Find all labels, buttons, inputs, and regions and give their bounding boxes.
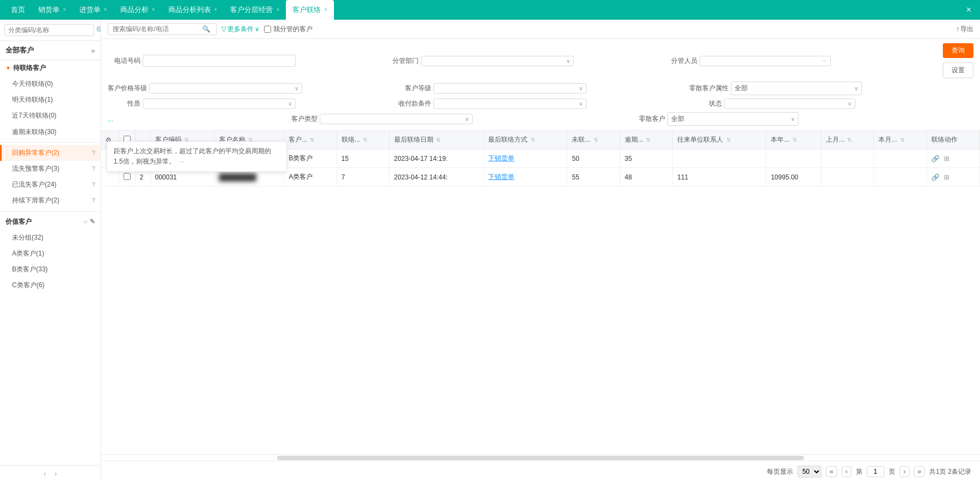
close-icon[interactable]: × bbox=[276, 0, 279, 20]
link2-icon[interactable]: 🔗 bbox=[931, 155, 940, 162]
col-uncontacted[interactable]: 未联... ⇅ bbox=[567, 131, 620, 149]
chevron-down-icon: ∨ bbox=[579, 101, 583, 107]
sidebar-item-class-b[interactable]: B类客户(33) bbox=[0, 262, 101, 277]
customer-grade-select[interactable]: ∨ bbox=[433, 83, 586, 94]
sidebar-item-today[interactable]: 今天待联络(0) bbox=[0, 76, 101, 92]
sort-icon[interactable]: ⇅ bbox=[793, 137, 797, 143]
gender-select[interactable]: ∨ bbox=[143, 98, 296, 109]
sidebar-item-overdue[interactable]: 逾期未联络(30) bbox=[0, 124, 101, 140]
sidebar-item-class-c[interactable]: C类客户(6) bbox=[0, 277, 101, 293]
close-icon[interactable]: × bbox=[214, 0, 218, 20]
help-icon[interactable]: ? bbox=[92, 180, 95, 190]
contact-method-link[interactable]: 下销货单 bbox=[488, 173, 514, 181]
sidebar-bottom: ‹ › bbox=[0, 465, 101, 482]
nav-sales-order[interactable]: 销货单 × bbox=[32, 0, 73, 20]
page-number-input[interactable] bbox=[867, 466, 884, 477]
sidebar-group-value: 价值客户 ○ ✎ bbox=[0, 214, 101, 230]
sidebar-item-churned[interactable]: 已流失客户(24) ? bbox=[0, 177, 101, 193]
help-icon[interactable]: ? bbox=[92, 196, 95, 206]
nav-product-analysis[interactable]: 商品分析 × bbox=[114, 0, 162, 20]
nav-customer-contact[interactable]: 客户联络 × bbox=[286, 0, 334, 20]
price-grade-select[interactable]: ∨ bbox=[149, 83, 302, 94]
nav-home[interactable]: 首页 bbox=[4, 0, 32, 20]
retail-attr-select[interactable]: 全部 ∨ bbox=[731, 82, 862, 95]
link2-icon[interactable]: 🔗 bbox=[931, 173, 940, 181]
sort-icon[interactable]: ⇅ bbox=[900, 137, 905, 143]
sidebar-item-ungrouped[interactable]: 未分组(32) bbox=[0, 230, 101, 246]
status-select[interactable]: ∨ bbox=[724, 98, 855, 109]
branch-person-field: 分管人员 ··· bbox=[665, 56, 936, 66]
col-this-year[interactable]: 本年... ⇅ bbox=[766, 131, 821, 149]
sort-icon[interactable]: ⇅ bbox=[531, 137, 535, 143]
prev-page-button[interactable]: ‹ bbox=[842, 466, 852, 477]
customer-type-select[interactable]: ∨ bbox=[320, 114, 473, 124]
sidebar-group-pending[interactable]: ▼ 待联络客户 bbox=[0, 60, 101, 76]
col-this-month[interactable]: 本月... ⇅ bbox=[874, 131, 926, 149]
nav-customer-segmentation[interactable]: 客户分层经营 × bbox=[224, 0, 286, 20]
col-contact[interactable]: 联络... ⇅ bbox=[337, 131, 389, 149]
contact-method-link[interactable]: 下销货单 bbox=[488, 154, 514, 162]
sort-icon[interactable]: ⇅ bbox=[726, 137, 731, 143]
row-checkbox[interactable] bbox=[124, 173, 131, 180]
horizontal-scrollbar[interactable] bbox=[101, 454, 980, 461]
col-last-month[interactable]: 上月... ⇅ bbox=[821, 131, 873, 149]
help-icon[interactable]: ? bbox=[92, 164, 95, 174]
sort-icon[interactable]: ⇅ bbox=[363, 137, 367, 143]
sort-icon[interactable]: ⇅ bbox=[646, 137, 650, 143]
close-icon[interactable]: × bbox=[152, 0, 155, 20]
col-unit-contacts[interactable]: 往来单位联系人 ⇅ bbox=[673, 131, 766, 149]
sort-icon[interactable]: ⇅ bbox=[310, 137, 314, 143]
collapse-icon[interactable]: » bbox=[91, 47, 95, 55]
settings-button[interactable]: 设置 bbox=[943, 62, 973, 78]
branch-dept-select[interactable]: ∨ bbox=[421, 56, 574, 66]
cell-this-year: 10995.00 bbox=[766, 168, 821, 187]
close-icon[interactable]: × bbox=[324, 0, 327, 20]
retail-customer-select[interactable]: 全部 ∨ bbox=[667, 112, 799, 126]
my-customers-check[interactable] bbox=[264, 26, 271, 33]
per-page-select[interactable]: 50 bbox=[797, 466, 821, 478]
branch-person-select[interactable]: ··· bbox=[700, 56, 831, 66]
nav-product-analysis-list[interactable]: 商品分析列表 × bbox=[162, 0, 224, 20]
main-search-input[interactable] bbox=[113, 25, 200, 33]
grid-icon[interactable]: ⊞ bbox=[944, 155, 949, 162]
more-filter-toggle[interactable]: ... bbox=[108, 115, 113, 123]
col-last-method[interactable]: 最后联络方式 ⇅ bbox=[484, 131, 567, 149]
sidebar-item-churn-warning[interactable]: 流失预警客户(3) ? bbox=[0, 161, 101, 177]
next-arrow-icon[interactable]: › bbox=[52, 468, 59, 480]
sort-icon[interactable]: ⇅ bbox=[594, 137, 598, 143]
top-navigation: 首页 销货单 × 进货单 × 商品分析 × 商品分析列表 × 客户分层经营 × … bbox=[0, 0, 980, 20]
sidebar-item-tomorrow[interactable]: 明天待联络(1) bbox=[0, 92, 101, 108]
col-last-date[interactable]: 最后联络日期 ⇅ bbox=[389, 131, 483, 149]
sidebar-item-7days[interactable]: 近7天待联络(0) bbox=[0, 108, 101, 124]
nav-purchase-order[interactable]: 进货单 × bbox=[73, 0, 114, 20]
next-page-button[interactable]: › bbox=[900, 466, 909, 477]
window-close-button[interactable]: × bbox=[962, 5, 976, 15]
col-type[interactable]: 客户... ⇅ bbox=[284, 131, 337, 149]
export-button[interactable]: ↑ 导出 bbox=[956, 25, 973, 34]
payment-select[interactable]: ∨ bbox=[433, 98, 586, 109]
query-button[interactable]: 查询 bbox=[943, 43, 973, 58]
filter-row-3: 性质 ∨ 收付款条件 ∨ 状态 bbox=[108, 98, 973, 109]
edit-icon[interactable]: ✎ bbox=[90, 218, 95, 225]
sidebar-search-input[interactable] bbox=[4, 24, 94, 36]
prev-arrow-icon[interactable]: ‹ bbox=[42, 468, 48, 480]
sidebar-item-class-a[interactable]: A类客户(1) bbox=[0, 246, 101, 262]
search-box: 🔍 bbox=[108, 23, 217, 35]
search-icon[interactable]: 🔍 bbox=[96, 26, 101, 34]
col-overdue[interactable]: 逾期... ⇅ bbox=[620, 131, 672, 149]
help-icon[interactable]: ? bbox=[92, 148, 95, 158]
circle-icon[interactable]: ○ bbox=[84, 218, 87, 225]
first-page-button[interactable]: « bbox=[826, 466, 837, 477]
more-conditions-button[interactable]: ▽ 更多条件 ∨ bbox=[221, 25, 260, 34]
sort-icon[interactable]: ⇅ bbox=[847, 137, 852, 143]
close-icon[interactable]: × bbox=[104, 0, 107, 20]
last-page-button[interactable]: » bbox=[914, 466, 925, 477]
close-icon[interactable]: × bbox=[63, 0, 66, 20]
grid-icon[interactable]: ⊞ bbox=[944, 173, 949, 181]
search-icon[interactable]: 🔍 bbox=[202, 25, 210, 33]
sort-icon[interactable]: ⇅ bbox=[436, 137, 441, 143]
phone-input[interactable] bbox=[143, 55, 296, 67]
sidebar-item-declining[interactable]: 持续下滑客户(2) ? bbox=[0, 193, 101, 208]
sidebar-item-repurchase-anomaly[interactable]: 回购异常客户(2) ? bbox=[0, 145, 101, 161]
my-customers-checkbox[interactable]: 我分管的客户 bbox=[264, 25, 313, 34]
